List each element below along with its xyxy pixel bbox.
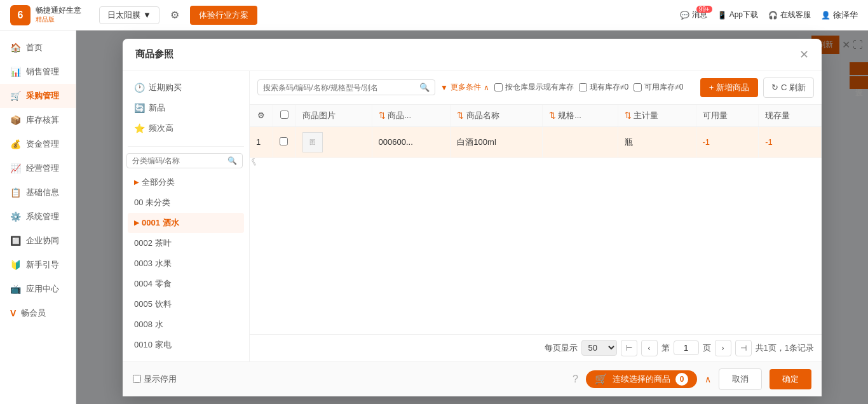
cart-icon: 🛒 [595, 373, 607, 385]
enterprise-icon: 🔲 [10, 236, 21, 246]
page-number-input[interactable] [674, 340, 699, 355]
app-download-button[interactable]: 📱 App下载 [717, 10, 758, 20]
footer-left: 显示停用 [133, 374, 177, 385]
phone-icon: 📱 [717, 11, 727, 20]
sidebar-item-operations[interactable]: 📈 经营管理 [0, 156, 76, 180]
sort-name-icon: ⇅ [457, 111, 464, 120]
avatar: 👤 [821, 11, 831, 20]
category-item-uncategorized[interactable]: 00 未分类 [128, 192, 244, 213]
tab-high-frequency[interactable]: ⭐ 频次高 [128, 118, 244, 138]
category-item-drinks[interactable]: 0005 饮料 [128, 294, 244, 314]
store-dropdown[interactable]: 日太阳膜 ▼ [99, 6, 159, 24]
messages-button[interactable]: 💬 消息 99+ [680, 10, 707, 20]
online-service-button[interactable]: 🎧 在线客服 [768, 10, 811, 20]
help-icon[interactable]: ? [573, 374, 578, 385]
modal-close-button[interactable]: ✕ [799, 48, 809, 62]
page-first-button[interactable]: ⊢ [621, 340, 637, 356]
sidebar-item-system[interactable]: ⚙️ 系统管理 [0, 205, 76, 229]
row-checkbox[interactable] [280, 137, 288, 145]
trial-button[interactable]: 体验行业方案 [190, 6, 257, 25]
select-all-checkbox[interactable] [280, 111, 288, 119]
recent-icon: 🕐 [134, 83, 145, 93]
refresh-button[interactable]: ↻ C 刷新 [763, 77, 814, 98]
main-layout: 🏠 首页 📊 销售管理 🛒 采购管理 📦 库存核算 💰 资金管理 📈 经营管理 … [0, 30, 868, 404]
nav-right: 💬 消息 99+ 📱 App下载 🎧 在线客服 👤 徐泽华 [680, 10, 858, 21]
stock-nonzero-checkbox[interactable] [579, 83, 587, 91]
sales-icon: 📊 [10, 67, 21, 77]
category-item-appliance[interactable]: 0010 家电 [128, 335, 244, 355]
checkbox-warehouse[interactable]: 按仓库显示现有库存 [494, 82, 574, 93]
home-icon: 🏠 [10, 43, 21, 53]
th-checkbox[interactable] [273, 105, 295, 127]
td-code: 000600... [372, 126, 451, 158]
category-search-box[interactable]: 🔍 [126, 153, 243, 168]
cancel-button[interactable]: 取消 [719, 368, 762, 390]
page-next-button[interactable]: › [715, 340, 731, 356]
modal-right-panel: 🔍 ▼ 更多条件 ∧ 按仓库显示现有库存 [250, 71, 822, 361]
modal-left-panel: 🕐 近期购买 🔄 新品 ⭐ 频次高 [123, 71, 250, 361]
category-item-water[interactable]: 0008 水 [128, 314, 244, 335]
filter-arrow-icon: ∧ [484, 83, 489, 92]
tab-recent-purchase[interactable]: 🕐 近期购买 [128, 77, 244, 98]
cart-area[interactable]: 🛒 连续选择的商品 0 [586, 370, 697, 388]
category-item-snacks[interactable]: 0004 零食 [128, 274, 244, 294]
basicinfo-icon: 📋 [10, 187, 21, 198]
checkbox-stock-nonzero[interactable]: 现有库存≠0 [579, 82, 628, 93]
sidebar-item-purchase[interactable]: 🛒 采购管理 [0, 84, 76, 108]
finance-icon: 💰 [10, 139, 21, 149]
sidebar-item-enterprise[interactable]: 🔲 企业协同 [0, 229, 76, 253]
filter-icon: ▼ [440, 83, 448, 92]
sidebar-item-sales[interactable]: 📊 销售管理 [0, 60, 76, 84]
category-item-tea[interactable]: 0002 茶叶 [128, 233, 244, 253]
page-prev-button[interactable]: ‹ [641, 340, 658, 356]
per-page-select[interactable]: 50 100 200 [581, 340, 617, 356]
disabled-checkbox[interactable] [133, 375, 141, 383]
table-row[interactable]: 1 图 000600... 白酒100ml 瓶 [250, 126, 822, 158]
add-product-button[interactable]: + 新增商品 [700, 78, 758, 97]
modal-body: 🕐 近期购买 🔄 新品 ⭐ 频次高 [123, 71, 822, 361]
category-item-fruit[interactable]: 0003 水果 [128, 253, 244, 274]
category-search-input[interactable] [132, 156, 227, 165]
category-item-liquor[interactable]: ▶ 0001 酒水 [128, 213, 244, 233]
available-nonzero-checkbox[interactable] [634, 83, 642, 91]
sort-unit-icon: ⇅ [625, 111, 632, 120]
confirm-button[interactable]: 确定 [770, 369, 811, 389]
product-image: 图 [302, 132, 323, 152]
settings-icon[interactable]: ⚙ [165, 5, 185, 25]
td-checkbox[interactable] [273, 126, 295, 158]
user-avatar[interactable]: 👤 徐泽华 [821, 10, 858, 21]
modal-toolbar: 🔍 ▼ 更多条件 ∧ 按仓库显示现有库存 [250, 71, 822, 105]
th-spec[interactable]: ⇅ 规格... [542, 105, 618, 127]
sidebar-item-home[interactable]: 🏠 首页 [0, 36, 76, 60]
new-icon: 🔄 [134, 103, 145, 113]
th-unit[interactable]: ⇅ 主计量 [618, 105, 696, 127]
filter-button[interactable]: ▼ 更多条件 ∧ [440, 82, 489, 93]
category-search-icon: 🔍 [227, 156, 237, 165]
arrow-icon-liquor: ▶ [134, 219, 139, 226]
cart-collapse-icon[interactable]: ∧ [705, 374, 711, 384]
sidebar-item-inventory[interactable]: 📦 库存核算 [0, 108, 76, 132]
member-icon: V [10, 308, 16, 318]
sidebar-item-basic-info[interactable]: 📋 基础信息 [0, 180, 76, 205]
sidebar-item-app[interactable]: 📺 应用中心 [0, 277, 76, 301]
checkbox-available-nonzero[interactable]: 可用库存≠0 [634, 82, 683, 93]
product-search-input[interactable] [263, 83, 419, 92]
td-index: 1 [250, 126, 273, 158]
page-last-button[interactable]: ⊣ [735, 340, 752, 356]
table-header-row: ⚙ 商品图片 ⇅ 商品... ⇅ [250, 105, 822, 127]
tab-new-product[interactable]: 🔄 新品 [128, 98, 244, 118]
product-table-wrap: ⚙ 商品图片 ⇅ 商品... ⇅ [250, 105, 822, 334]
th-settings[interactable]: ⚙ [250, 105, 273, 127]
category-item-all[interactable]: ▶ 全部分类 [128, 172, 244, 192]
warehouse-checkbox[interactable] [494, 83, 503, 91]
sidebar-item-guide[interactable]: 🔰 新手引导 [0, 253, 76, 277]
sort-spec-icon: ⇅ [549, 111, 556, 120]
footer-right: ? 🛒 连续选择的商品 0 ∧ 取消 确定 [573, 368, 811, 390]
sidebar-item-finance[interactable]: 💰 资金管理 [0, 132, 76, 156]
th-name[interactable]: ⇅ 商品名称 [451, 105, 542, 127]
th-code[interactable]: ⇅ 商品... [372, 105, 451, 127]
product-search-box[interactable]: 🔍 [257, 79, 435, 95]
sidebar-item-member[interactable]: V 畅会员 [0, 301, 76, 325]
show-disabled-checkbox[interactable]: 显示停用 [133, 374, 177, 385]
divider [128, 146, 244, 147]
